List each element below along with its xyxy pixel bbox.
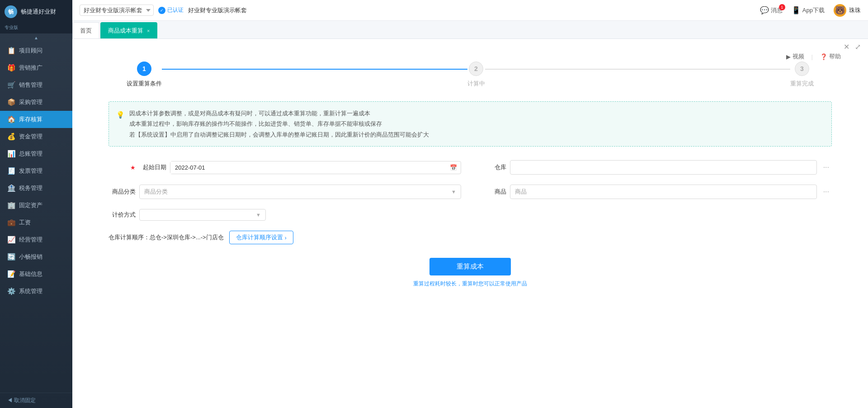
help-area: ▶ 视频 | ❓ 帮助 [786,52,841,61]
tab-recalc[interactable]: 商品成本重算 × [100,22,157,38]
goods-label: 商品 [479,188,506,196]
recalc-button[interactable]: 重算成本 [429,258,511,275]
sidebar-item-label: 工资 [19,218,31,227]
sidebar-item-label: 库存核算 [19,115,42,123]
sidebar-item-ops[interactable]: 📈 经营管理 [0,231,72,248]
help-link[interactable]: ❓ 帮助 [820,52,841,61]
step-2: 2 计算中 [467,62,485,88]
start-date-group: ★ 起始日期 📅 [108,161,461,174]
sidebar-item-inventory[interactable]: 🏠 库存核算 [0,111,72,128]
basic-icon: 📝 [7,270,15,278]
sidebar-item-label: 税务管理 [19,184,42,192]
notice-line-1: 因成本计算参数调整，或是对商品成本有疑问时，可以通过成本重算功能，重新计算一遍成… [129,108,429,119]
category-placeholder: 商品分类 [144,188,168,196]
warehouse-order-settings-button[interactable]: 仓库计算顺序设置 › [229,231,293,244]
logo-icon: 畅 [5,5,17,18]
close-button[interactable]: ✕ [844,43,849,51]
video-link[interactable]: ▶ 视频 [786,52,804,61]
form-row-2: 商品分类 商品分类 ▼ 商品 商品 ··· [108,185,832,199]
app-download-button[interactable]: 📱 App下载 [792,6,825,14]
steps-progress: 1 设置重算条件 2 计算中 3 重算完成 [127,62,814,88]
sidebar-item-label: 基础信息 [19,270,42,278]
sidebar-item-fixed[interactable]: 🏢 固定资产 [0,197,72,214]
category-label: 商品分类 [108,188,136,196]
warehouse-input[interactable] [510,160,817,175]
price-select[interactable]: ▼ [139,209,266,221]
sidebar-item-label: 营销推广 [19,64,42,72]
help-label: 帮助 [829,52,841,61]
sidebar-item-tax[interactable]: 🏦 税务管理 [0,180,72,197]
accounting-icon: 📊 [7,150,15,158]
sidebar-item-purchase[interactable]: 📦 采购管理 [0,94,72,111]
ops-icon: 📈 [7,236,15,244]
tax-icon: 🏦 [7,184,15,192]
tab-bar: 首页 商品成本重算 × [72,21,868,39]
play-icon: ▶ [786,53,791,60]
sidebar-nav: 📋 项目顾问 🎁 营销推广 🛒 销售管理 📦 采购管理 🏠 库存核算 💰 资金管… [0,42,72,393]
sidebar-item-label: 发票管理 [19,167,42,175]
recalc-note: 重算过程耗时较长，重算时您可以正常使用产品 [413,280,527,288]
warehouse-more-icon[interactable]: ··· [821,163,832,171]
invoice-icon: 🧾 [7,167,15,175]
price-arrow-icon: ▼ [256,212,261,218]
notice-icon: 💡 [116,109,125,140]
sidebar-item-accounting[interactable]: 📊 总账管理 [0,145,72,162]
step-connector-1 [162,69,467,70]
category-group: 商品分类 商品分类 ▼ [108,185,461,199]
sidebar-item-salary[interactable]: 💼 工资 [0,214,72,231]
verified-label: 已认证 [167,6,184,14]
tab-home-label: 首页 [80,27,92,35]
sidebar-item-finance[interactable]: 💰 资金管理 [0,128,72,145]
unpin-sidebar-button[interactable]: ◀ 取消固定 [0,393,72,408]
calendar-icon[interactable]: 📅 [446,161,461,174]
category-select[interactable]: 商品分类 ▼ [139,185,461,199]
sidebar-item-invoice[interactable]: 🧾 发票管理 [0,162,72,180]
app-download-label: App下载 [802,6,825,14]
start-date-label: 起始日期 [139,163,166,171]
phone-icon: 📱 [792,6,801,14]
sidebar-item-label: 项目顾问 [19,47,42,55]
video-label: 视频 [793,52,804,61]
account-select[interactable]: 好业财专业版演示帐套 [80,5,154,16]
notification-badge: 1 [779,4,785,10]
salary-icon: 💼 [7,218,15,227]
sales-icon: 🛒 [7,81,15,89]
project-icon: 📋 [7,47,15,55]
sidebar-item-label: 经营管理 [19,236,42,244]
expense-icon: 🔄 [7,253,15,261]
form-row-3: 计价方式 ▼ [108,209,832,221]
step-1-label: 设置重算条件 [127,80,162,88]
tab-home[interactable]: 首页 [72,22,99,38]
scroll-up-indicator: ▲ [0,33,72,42]
warehouse-label: 仓库 [479,163,506,171]
step-3-label: 重算完成 [790,80,814,88]
sidebar-item-label: 总账管理 [19,150,42,158]
sidebar-item-project[interactable]: 📋 项目顾问 [0,42,72,59]
sidebar-item-marketing[interactable]: 🎁 营销推广 [0,59,72,76]
sidebar-item-expense[interactable]: 🔄 小畅报销 [0,248,72,266]
form-section: ★ 起始日期 📅 仓库 ··· 商品分类 [108,160,832,244]
sidebar-item-sales[interactable]: 🛒 销售管理 [0,76,72,94]
step-1-circle: 1 [137,62,151,76]
sidebar-item-label: 固定资产 [19,201,42,209]
goods-more-icon[interactable]: ··· [821,188,832,196]
step-connector-2 [485,69,791,70]
step-1: 1 设置重算条件 [127,62,162,88]
tab-close-icon[interactable]: × [147,28,150,33]
sidebar-item-basic[interactable]: 📝 基础信息 [0,266,72,283]
sidebar-item-system[interactable]: ⚙️ 系统管理 [0,283,72,300]
expand-button[interactable]: ⤢ [855,43,861,51]
sidebar-item-label: 资金管理 [19,133,42,141]
inventory-icon: 🏠 [7,115,15,123]
warehouse-order-row: 仓库计算顺序：总仓->深圳仓库->...->门店仓 仓库计算顺序设置 › [108,231,832,244]
shield-icon: ✓ [158,7,165,14]
price-group: 计价方式 ▼ [108,209,461,221]
warehouse-order-label: 仓库计算顺序：总仓->深圳仓库->...->门店仓 [108,233,224,242]
start-date-input[interactable] [170,161,446,174]
user-profile-button[interactable]: 🐻 珠珠 [834,4,861,17]
goods-input[interactable]: 商品 [510,185,817,199]
topbar-right: 💬 消息 1 📱 App下载 🐻 珠珠 [760,4,861,17]
message-button[interactable]: 💬 消息 1 [760,6,783,14]
content-area: ✕ ⤢ 1 设置重算条件 2 计算中 3 重算完成 ▶ 视频 [72,39,868,408]
account-selector: 好业财专业版演示帐套 [80,5,154,16]
